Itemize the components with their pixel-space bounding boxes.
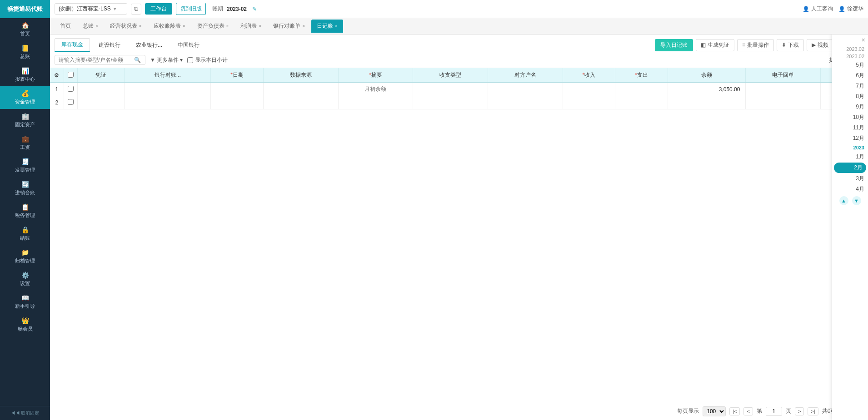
date-month-11[interactable]: 11月 — [832, 123, 868, 133]
sidebar-item-member[interactable]: 👑 畅会员 — [0, 313, 50, 336]
tab-profit-close[interactable]: × — [259, 24, 261, 29]
th-checkbox[interactable] — [64, 68, 77, 83]
date-month-10[interactable]: 10月 — [832, 112, 868, 123]
prev-page-button[interactable]: < — [743, 407, 753, 415]
tab-home-label: 首页 — [60, 22, 71, 30]
copy-button[interactable]: ⧉ — [131, 4, 141, 15]
unpin-label: 取消固定 — [21, 410, 39, 415]
unpin-button[interactable]: ◀◀ 取消固定 — [0, 406, 50, 420]
date-month-1[interactable]: 1月 — [832, 152, 868, 162]
select-all-checkbox[interactable] — [68, 72, 74, 78]
sidebar-item-guide[interactable]: 📖 新手引导 — [0, 291, 50, 313]
app-logo: 畅捷通易代账 — [0, 0, 50, 18]
th-balance: 余额 — [668, 68, 746, 83]
tab-ledger-close[interactable]: × — [95, 24, 98, 29]
import-journal-button[interactable]: 导入日记账 — [655, 39, 693, 51]
tab-receivables-close[interactable]: × — [183, 24, 185, 29]
sidebar-item-assets[interactable]: 🏢 固定资产 — [0, 109, 50, 132]
sidebar-item-salary[interactable]: 💼 工资 — [0, 132, 50, 154]
tab-home[interactable]: 首页 — [55, 20, 76, 33]
tab-bank-statement-close[interactable]: × — [302, 24, 305, 29]
page-size-select[interactable]: 100 50 20 10 — [703, 406, 726, 416]
th-settings[interactable]: ⚙ — [50, 68, 64, 83]
generate-voucher-button[interactable]: ◧ 生成凭证 — [696, 39, 734, 51]
tab-business-status-close[interactable]: × — [139, 24, 142, 29]
sidebar-item-closing[interactable]: 🔒 结账 — [0, 222, 50, 245]
table-header-row: ⚙ 凭证 银行对账... *日期 数据来源 *摘要 收支类型 对方户名 *收入 … — [50, 68, 868, 83]
more-conditions-button[interactable]: ▼ 更多条件 ▾ — [150, 56, 183, 64]
sidebar-item-invoice[interactable]: 🧾 发票管理 — [0, 154, 50, 177]
support-label: 人工客询 — [811, 5, 833, 13]
current-year-label: 2023 — [832, 143, 868, 152]
old-version-button[interactable]: 切到旧版 — [176, 3, 206, 15]
date-month-6[interactable]: 6月 — [832, 70, 868, 81]
date-month-7[interactable]: 7月 — [832, 81, 868, 91]
sub-tab-boc[interactable]: 中国银行 — [171, 39, 206, 52]
date-nav-down[interactable]: ▼ — [852, 196, 861, 205]
td-date — [211, 83, 264, 96]
user-menu[interactable]: 👤 徐逻华 — [838, 5, 863, 13]
tab-bank-statement[interactable]: 银行对账单 × — [268, 20, 310, 33]
sidebar-item-purchase-sales[interactable]: 🔄 进销台账 — [0, 177, 50, 200]
date-month-2[interactable]: 2月 — [834, 163, 866, 173]
first-page-button[interactable]: |< — [729, 407, 740, 415]
sub-tab-ccb[interactable]: 建设银行 — [92, 39, 127, 52]
company-name: (勿删）江西赛宝-LSS — [59, 5, 111, 13]
show-daily-total-checkbox[interactable]: 显示本日小计 — [187, 56, 228, 64]
date-month-5[interactable]: 5月 — [832, 60, 868, 70]
search-box[interactable]: 🔍 — [55, 55, 145, 65]
sidebar-item-tax[interactable]: 📋 税务管理 — [0, 200, 50, 222]
batch-operation-button[interactable]: ≡ 批量操作 — [737, 39, 774, 51]
tab-ledger[interactable]: 总账 × — [77, 20, 104, 33]
date-month-8[interactable]: 8月 — [832, 91, 868, 102]
date-nav-up[interactable]: ▲ — [839, 196, 848, 205]
tab-profit[interactable]: 利润表 × — [235, 20, 267, 33]
page-input[interactable] — [766, 407, 782, 416]
next-page-button[interactable]: > — [795, 407, 804, 415]
td-voucher — [77, 96, 125, 109]
sidebar-item-ledger[interactable]: 📒 总账 — [0, 41, 50, 64]
journal-table-container: ⚙ 凭证 银行对账... *日期 数据来源 *摘要 收支类型 对方户名 *收入 … — [50, 68, 868, 402]
tab-journal[interactable]: 日记账 × — [311, 20, 343, 33]
tab-business-status[interactable]: 经营状况表 × — [105, 20, 147, 33]
sub-tab-cash[interactable]: 库存现金 — [55, 38, 90, 52]
tab-assets-liabilities-close[interactable]: × — [226, 24, 229, 29]
tab-profit-label: 利润表 — [240, 22, 257, 30]
search-input[interactable] — [59, 57, 131, 63]
sidebar-item-label: 进销台账 — [15, 189, 35, 196]
period-edit-icon[interactable]: ✎ — [252, 6, 257, 12]
sidebar-item-finance[interactable]: 💰 资金管理 — [0, 86, 50, 109]
tab-journal-close[interactable]: × — [335, 24, 338, 29]
table-footer: 每页显示 100 50 20 10 |< < 第 页 > >| 共0页，0条记录 — [50, 402, 868, 420]
show-daily-total-input[interactable] — [187, 57, 193, 63]
company-dropdown-arrow: ▼ — [113, 6, 117, 11]
row-checkbox[interactable] — [68, 99, 74, 105]
date-month-4[interactable]: 4月 — [832, 184, 868, 194]
search-icon[interactable]: 🔍 — [134, 57, 141, 63]
video-button[interactable]: ▶ 视频 — [807, 39, 833, 51]
row-checkbox[interactable] — [68, 86, 74, 92]
support-button[interactable]: 👤 人工客询 — [803, 5, 833, 13]
download-label: 下载 — [788, 41, 799, 49]
th-e-receipt: 电子回单 — [746, 68, 821, 83]
date-month-3[interactable]: 3月 — [832, 173, 868, 184]
date-panel-close-button[interactable]: × — [832, 35, 868, 45]
sidebar-item-reports[interactable]: 📊 报表中心 — [0, 64, 50, 86]
last-page-button[interactable]: >| — [808, 407, 818, 415]
sidebar-item-label: 结账 — [20, 235, 30, 242]
date-month-12[interactable]: 12月 — [832, 133, 868, 143]
sidebar-item-home[interactable]: 🏠 首页 — [0, 18, 50, 41]
td-checkbox[interactable] — [64, 96, 77, 109]
td-e-receipt — [746, 83, 821, 96]
sub-tab-boc-label: 中国银行 — [178, 42, 200, 48]
download-button[interactable]: ⬇ 下载 — [777, 39, 804, 51]
sidebar-item-archive[interactable]: 📁 归档管理 — [0, 245, 50, 268]
sub-tab-abc[interactable]: 农业银行... — [129, 39, 169, 52]
td-checkbox[interactable] — [64, 83, 77, 96]
company-selector[interactable]: (勿删）江西赛宝-LSS ▼ — [55, 3, 127, 15]
tab-assets-liabilities[interactable]: 资产负债表 × — [192, 20, 234, 33]
date-month-9[interactable]: 9月 — [832, 102, 868, 112]
tab-receivables[interactable]: 应收账龄表 × — [148, 20, 191, 33]
sidebar-item-settings[interactable]: ⚙️ 设置 — [0, 268, 50, 291]
workspace-button[interactable]: 工作台 — [145, 3, 172, 15]
